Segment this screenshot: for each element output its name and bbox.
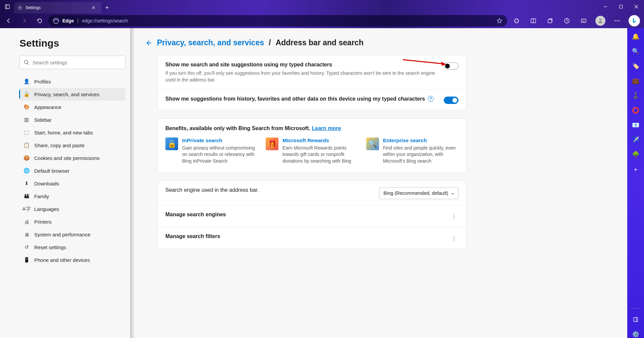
sidebar-item[interactable]: A字Languages: [19, 203, 125, 215]
toggle-typed-suggestions[interactable]: [444, 62, 459, 70]
shield-lock-icon: 🔒: [165, 137, 178, 150]
nav-label: Phone and other devices: [34, 257, 90, 263]
nav-label: Family: [34, 193, 49, 199]
sidebar-item[interactable]: 📋Share, copy and paste: [19, 139, 125, 152]
benefits-heading-text: Benefits, available only with Bing Searc…: [165, 125, 312, 131]
performance-icon[interactable]: [559, 15, 574, 27]
split-screen-icon[interactable]: [526, 15, 541, 27]
plus-icon[interactable]: ＋: [632, 166, 639, 173]
minimize-button[interactable]: [598, 0, 613, 13]
nav-label: Profiles: [34, 79, 51, 84]
screenshot-icon[interactable]: vx: [576, 15, 591, 27]
close-icon[interactable]: ✕: [91, 5, 97, 11]
benefits-row: 🔒 InPrivate search Gain privacy without …: [158, 131, 466, 173]
address-bar[interactable]: Edge | edge://settings/search: [48, 15, 507, 26]
sidebar-item[interactable]: ⬚Start, home, and new tabs: [19, 126, 125, 139]
search-engine-select[interactable]: Bing (Recommended, default): [379, 187, 459, 199]
extensions-icon[interactable]: [509, 15, 524, 27]
settings-search[interactable]: [19, 56, 125, 69]
setting-title: Show me search and site suggestions usin…: [165, 62, 438, 68]
sidebar-item[interactable]: ↺Reset settings: [19, 241, 125, 253]
refresh-button[interactable]: [33, 15, 46, 27]
toggle-history-suggestions[interactable]: [444, 97, 459, 104]
back-button[interactable]: [2, 15, 15, 27]
benefits-heading: Benefits, available only with Bing Searc…: [158, 119, 466, 131]
sidebar-item[interactable]: 🖥System and performance: [19, 228, 125, 241]
setting-row-history-suggestions: Show me suggestions from history, favori…: [158, 90, 466, 110]
nav-label: Start, home, and new tabs: [34, 130, 93, 135]
gift-icon: 🎁: [266, 137, 278, 150]
sidebar-item[interactable]: 🎨Appearance: [19, 101, 125, 113]
search-icon: [24, 60, 29, 65]
nav-icon: 📋: [23, 142, 30, 148]
send-icon[interactable]: ✈️: [632, 136, 639, 144]
nav-icon: 🎨: [23, 104, 30, 110]
maximize-button[interactable]: [613, 0, 629, 13]
forward-button: [17, 15, 31, 27]
settings-sidebar: Settings 👤Profiles🔒Privacy, search, and …: [0, 28, 134, 338]
gear-icon[interactable]: ⚙️: [632, 331, 639, 338]
link-row-manage-filters[interactable]: Manage search filters 〉: [158, 227, 466, 249]
favorite-icon[interactable]: [496, 18, 502, 24]
sidebar-item[interactable]: 👪Family: [19, 190, 125, 203]
bing-button[interactable]: [629, 15, 640, 26]
tab-actions-icon[interactable]: [3, 3, 11, 11]
sidebar-item[interactable]: ⬇Downloads: [19, 177, 125, 190]
office-icon[interactable]: ⭕: [632, 107, 639, 114]
titlebar-left: [0, 0, 14, 13]
more-menu-button[interactable]: [610, 15, 625, 27]
help-icon[interactable]: ?: [428, 96, 434, 102]
sidebar-item[interactable]: 🌐Default browser: [19, 164, 125, 177]
nav-label: Printers: [34, 219, 52, 225]
benefit-desc: Earn Microsoft Rewards points towards gi…: [282, 145, 358, 165]
svg-point-16: [616, 20, 618, 21]
svg-rect-22: [634, 318, 638, 322]
sidebar-item[interactable]: 🔒Privacy, search, and services: [19, 88, 125, 101]
nav-icon: ⬚: [23, 129, 30, 135]
nav-icon: ▥: [23, 117, 30, 123]
sidebar-item[interactable]: ▥Sidebar: [19, 113, 125, 126]
tag-icon[interactable]: 🏷️: [632, 62, 639, 70]
breadcrumb: Privacy, search, and services / Address …: [145, 38, 614, 47]
panel-icon[interactable]: [632, 316, 639, 323]
benefits-card: Benefits, available only with Bing Searc…: [158, 118, 466, 173]
nav-icon: 👪: [23, 193, 30, 199]
breadcrumb-back-icon[interactable]: [145, 39, 152, 47]
nav-icon: 🖥: [23, 231, 30, 237]
search-input[interactable]: [33, 60, 121, 65]
setting-title-text: Show me suggestions from history, favori…: [165, 96, 425, 102]
browser-tab[interactable]: Settings ✕: [14, 2, 101, 13]
nav-icon: 📱: [23, 257, 30, 263]
link-row-manage-engines[interactable]: Manage search engines 〉: [158, 206, 466, 227]
sidebar-item[interactable]: 🍪Cookies and site permissions: [19, 152, 125, 164]
collections-icon[interactable]: [543, 15, 557, 27]
address-separator: |: [77, 18, 78, 24]
toolbar: Edge | edge://settings/search vx: [0, 13, 644, 28]
sidebar-item[interactable]: 👤Profiles: [19, 75, 125, 88]
tree-icon[interactable]: 🌳: [632, 151, 639, 158]
nav-icon: ⬇: [23, 180, 30, 186]
setting-row-typed-suggestions: Show me search and site suggestions usin…: [158, 56, 466, 90]
nav-label: Share, copy and paste: [34, 143, 85, 148]
benefit-enterprise: 🔍 Enterprise search Find sites and peopl…: [366, 137, 459, 165]
learn-more-link[interactable]: Learn more: [312, 125, 341, 131]
search-icon[interactable]: 🔍: [632, 48, 639, 55]
sidebar-item[interactable]: 🖨Printers: [19, 215, 125, 228]
svg-rect-4: [620, 5, 623, 8]
tab-title: Settings: [25, 5, 88, 10]
outlook-icon[interactable]: 📧: [632, 121, 639, 129]
profile-button[interactable]: [593, 15, 608, 27]
close-window-button[interactable]: [629, 0, 644, 13]
breadcrumb-parent[interactable]: Privacy, search, and services: [157, 38, 264, 47]
bell-icon[interactable]: 🔔: [632, 33, 639, 40]
edge-sidebar: 🔔 🔍 🏷️ 💼 ♟️ ⭕ 📧 ✈️ 🌳 ＋ ⚙️: [627, 28, 644, 338]
edge-logo-icon: [53, 18, 59, 24]
benefit-desc: Find sites and people quickly, even with…: [383, 145, 459, 165]
new-tab-button[interactable]: +: [101, 2, 113, 13]
sidebar-item[interactable]: 📱Phone and other devices: [19, 253, 125, 266]
nav-icon: 🌐: [23, 168, 30, 174]
games-icon[interactable]: ♟️: [632, 92, 639, 99]
window-titlebar: Settings ✕ +: [0, 0, 644, 13]
setting-desc: If you turn this off, you'll only see su…: [165, 70, 438, 83]
briefcase-icon[interactable]: 💼: [632, 77, 639, 84]
